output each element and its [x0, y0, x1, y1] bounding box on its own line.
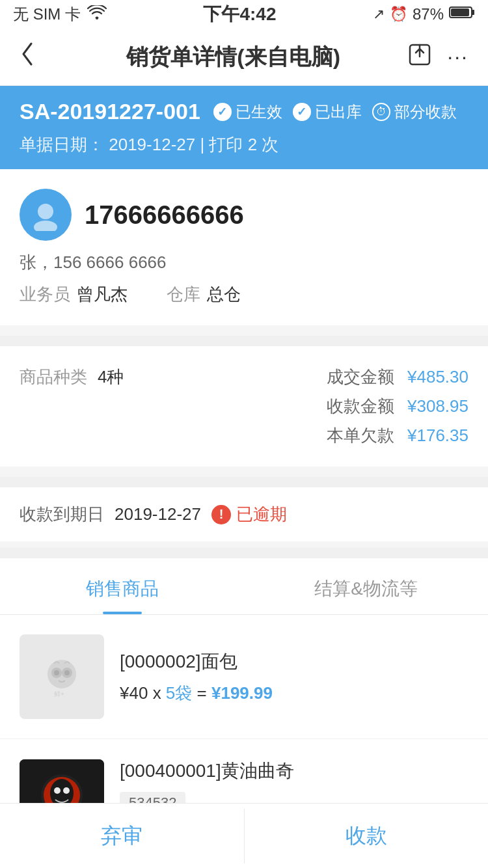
- svg-point-11: [64, 670, 70, 675]
- tab-sales-products[interactable]: 销售商品: [0, 558, 244, 614]
- product-item-1: 鲜+ [0000002]面包 ¥40 x 5袋 = ¥199.99: [0, 615, 488, 739]
- nav-actions: ···: [408, 43, 468, 72]
- customer-name: 张，156 6666 6666: [20, 251, 468, 274]
- svg-rect-3: [451, 8, 469, 16]
- product-info-1: [0000002]面包 ¥40 x 5袋 = ¥199.99: [120, 649, 468, 705]
- tab-settlement[interactable]: 结算&物流等: [244, 558, 488, 614]
- badge-shipped: ✓ 已出库: [293, 102, 362, 122]
- product-thumb-1: 鲜+: [20, 634, 104, 719]
- stats-right: 成交金额 ¥485.30 收款金额 ¥308.95 本单欠款 ¥176.35: [327, 366, 468, 447]
- back-button[interactable]: [20, 41, 59, 73]
- warehouse-info: 仓库 总仓: [167, 283, 241, 306]
- divider-2: [0, 477, 488, 487]
- avatar: [20, 189, 72, 241]
- product-total-1: ¥199.99: [211, 683, 273, 703]
- svg-point-17: [54, 787, 61, 794]
- abandon-review-button[interactable]: 弃审: [0, 809, 245, 863]
- customer-info-row: 业务员 曾凡杰 仓库 总仓: [20, 283, 468, 306]
- received-value: ¥308.95: [407, 396, 468, 416]
- badge-effective: ✓ 已生效: [213, 102, 282, 122]
- check-icon-1: ✓: [213, 103, 232, 121]
- received-row: 收款金额 ¥308.95: [327, 395, 468, 418]
- customer-section: 17666666666 张，156 6666 6666 业务员 曾凡杰 仓库 总…: [0, 169, 488, 325]
- amount-row: 成交金额 ¥485.30: [327, 366, 468, 388]
- product-name-2: [000400001]黄油曲奇: [120, 759, 468, 783]
- order-id: SA-20191227-001: [20, 99, 200, 124]
- nav-bar: 销货单详情(来自电脑) ···: [0, 29, 488, 86]
- due-section: 收款到期日 2019-12-27 ! 已逾期: [0, 487, 488, 541]
- product-price-1: ¥40 x 5袋 = ¥199.99: [120, 682, 468, 705]
- more-icon[interactable]: ···: [447, 45, 468, 69]
- banner-badges: ✓ 已生效 ✓ 已出库 ⏱ 部分收款: [213, 102, 457, 122]
- battery-text: 87%: [413, 5, 444, 23]
- amount-value: ¥485.30: [407, 367, 468, 387]
- due-date-value: 2019-12-27: [115, 504, 201, 524]
- status-time: 下午4:42: [203, 2, 276, 27]
- share-icon[interactable]: [408, 43, 431, 72]
- page-title: 销货单详情(来自电脑): [126, 42, 340, 72]
- overdue-icon: !: [211, 505, 231, 524]
- banner-date: 单据日期： 2019-12-27 | 打印 2 次: [20, 133, 468, 156]
- product-name-1: [0000002]面包: [120, 649, 468, 674]
- battery-icon: [449, 5, 475, 23]
- badge-partial: ⏱ 部分收款: [372, 102, 457, 122]
- category-label: 商品种类: [20, 366, 87, 388]
- due-label: 收款到期日: [20, 503, 104, 526]
- wifi-icon: [87, 5, 107, 23]
- warehouse-value: 总仓: [207, 283, 241, 306]
- debt-label: 本单欠款: [327, 424, 394, 447]
- svg-point-6: [34, 221, 57, 231]
- stats-left: 商品种类 4种: [20, 366, 124, 388]
- customer-account-id: 17666666666: [85, 200, 244, 230]
- salesperson-info: 业务员 曾凡杰: [20, 283, 128, 306]
- svg-point-10: [54, 670, 59, 675]
- collect-payment-button[interactable]: 收款: [245, 809, 489, 863]
- customer-row: 17666666666: [20, 189, 468, 241]
- divider-1: [0, 336, 488, 346]
- check-icon-2: ✓: [293, 103, 311, 121]
- location-icon: ↗: [373, 6, 385, 23]
- salesperson-value: 曾凡杰: [77, 283, 128, 306]
- received-label: 收款金额: [327, 395, 394, 418]
- divider-3: [0, 548, 488, 558]
- stats-row: 商品种类 4种 成交金额 ¥485.30 收款金额 ¥308.95 本单欠款 ¥…: [20, 366, 468, 447]
- carrier-text: 无 SIM 卡: [13, 4, 81, 25]
- amount-label: 成交金额: [327, 366, 394, 388]
- svg-point-18: [63, 787, 70, 794]
- status-right: ↗ ⏰ 87%: [373, 5, 475, 23]
- header-banner: SA-20191227-001 ✓ 已生效 ✓ 已出库 ⏱ 部分收款 单据日期：…: [0, 86, 488, 169]
- alarm-icon: ⏰: [390, 6, 407, 23]
- svg-point-0: [96, 17, 98, 20]
- svg-text:鲜+: 鲜+: [54, 690, 64, 698]
- product-qty-1: 5袋: [166, 683, 192, 703]
- category-value: 4种: [98, 366, 124, 388]
- clock-icon: ⏱: [372, 103, 390, 121]
- warehouse-label: 仓库: [167, 283, 200, 306]
- status-bar: 无 SIM 卡 下午4:42 ↗ ⏰ 87%: [0, 0, 488, 29]
- svg-rect-2: [472, 10, 474, 15]
- overdue-text: 已逾期: [236, 503, 287, 526]
- salesperson-label: 业务员: [20, 283, 70, 306]
- tabs: 销售商品 结算&物流等: [0, 558, 488, 615]
- overdue-badge: ! 已逾期: [211, 503, 287, 526]
- status-left: 无 SIM 卡: [13, 4, 107, 25]
- debt-value: ¥176.35: [407, 426, 468, 446]
- stats-section: 商品种类 4种 成交金额 ¥485.30 收款金额 ¥308.95 本单欠款 ¥…: [0, 346, 488, 467]
- debt-row: 本单欠款 ¥176.35: [327, 424, 468, 447]
- svg-point-5: [38, 204, 53, 219]
- bottom-bar: 弃审 收款: [0, 803, 488, 868]
